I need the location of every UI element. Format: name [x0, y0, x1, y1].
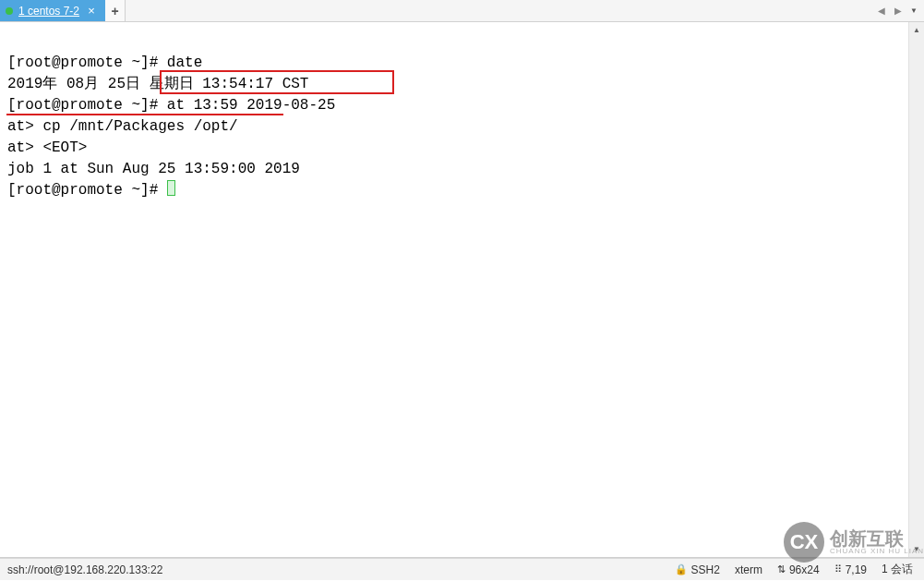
scrollbar[interactable]: ▲ ▼: [908, 22, 924, 557]
scroll-up-icon[interactable]: ▲: [909, 22, 924, 38]
terminal-line: [root@promote ~]# at 13:59 2019-08-25: [7, 97, 335, 114]
tab-nav: ◀ ▶ ▼: [870, 0, 924, 21]
status-bar: ssh://root@192.168.220.133:22 🔒 SSH2 xte…: [0, 558, 924, 580]
terminal-line: [root@promote ~]# date: [7, 54, 202, 71]
next-tab-icon[interactable]: ▶: [891, 4, 906, 18]
status-connection: ssh://root@192.168.220.133:22: [4, 563, 667, 576]
cursor-icon: [167, 180, 175, 196]
tab-menu-icon[interactable]: ▼: [907, 5, 920, 18]
status-size-group: ⇅ 96x24: [770, 563, 827, 576]
add-tab-button[interactable]: +: [105, 0, 126, 21]
terminal-wrap: [root@promote ~]# date 2019年 08月 25日 星期日…: [0, 22, 924, 558]
status-size: 96x24: [789, 563, 820, 576]
tab-label: 1 centos 7-2: [18, 5, 79, 18]
tab-bar: 1 centos 7-2 × + ◀ ▶ ▼: [0, 0, 924, 22]
status-dot-icon: [6, 7, 13, 15]
status-proto-group: 🔒 SSH2: [667, 563, 727, 576]
scroll-down-icon[interactable]: ▼: [909, 541, 924, 557]
status-pos-group: ⠿ 7,19: [827, 563, 874, 576]
status-term: xterm: [727, 563, 770, 576]
terminal-line: [root@promote ~]#: [7, 182, 167, 199]
terminal-line: job 1 at Sun Aug 25 13:59:00 2019: [7, 161, 300, 177]
tab-active[interactable]: 1 centos 7-2 ×: [0, 0, 105, 21]
pos-icon: ⠿: [834, 563, 842, 575]
annotation-underline: [6, 114, 283, 115]
prev-tab-icon[interactable]: ◀: [874, 4, 889, 18]
tab-spacer: [126, 0, 870, 21]
lock-icon: 🔒: [675, 563, 688, 575]
terminal-line: at> <EOT>: [7, 139, 87, 156]
status-pos: 7,19: [846, 563, 867, 576]
status-proto: SSH2: [691, 563, 720, 576]
terminal-line: at> cp /mnt/Packages /opt/: [7, 118, 238, 135]
terminal-line: 2019年 08月 25日 星期日 13:54:17 CST: [7, 76, 308, 92]
close-icon[interactable]: ×: [85, 5, 98, 18]
size-icon: ⇅: [777, 563, 786, 575]
status-sessions: 1 会话: [874, 562, 920, 577]
terminal[interactable]: [root@promote ~]# date 2019年 08月 25日 星期日…: [0, 22, 908, 557]
